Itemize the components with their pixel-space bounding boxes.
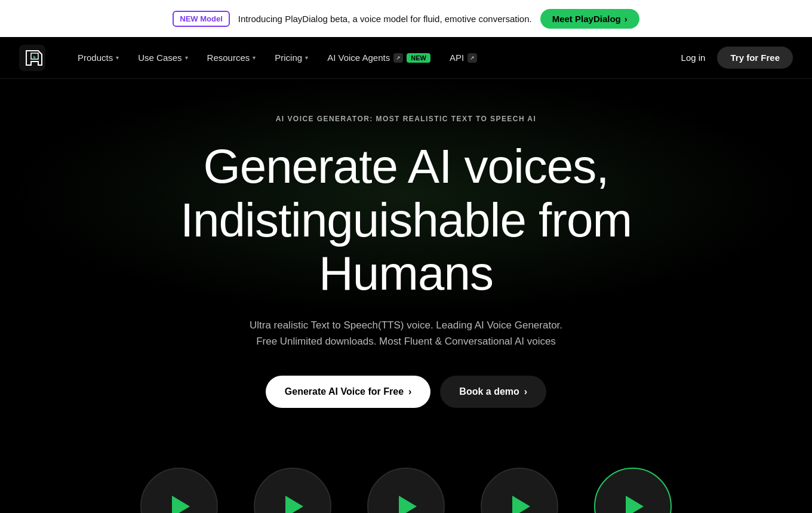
play-button-3[interactable]: [367, 468, 445, 513]
use-cases-chevron-icon: ▾: [185, 54, 188, 61]
hero-section: AI VOICE GENERATOR: MOST REALISTIC TEXT …: [0, 79, 812, 468]
hero-buttons: Generate AI Voice for Free › Book a demo…: [266, 376, 546, 408]
voice-player-2: [254, 468, 331, 513]
api-external-icon: ↗: [467, 53, 477, 63]
ai-voice-agents-new-badge: NEW: [407, 53, 430, 63]
new-model-badge: NEW Model: [173, 11, 230, 27]
hero-subtitle: Ultra realistic Text to Speech(TTS) voic…: [250, 317, 562, 349]
logo[interactable]: [19, 45, 45, 71]
ai-voice-agents-external-icon: ↗: [393, 53, 403, 63]
nav-item-pricing[interactable]: Pricing ▾: [266, 48, 316, 67]
nav-item-ai-voice-agents[interactable]: AI Voice Agents ↗ NEW: [319, 48, 439, 67]
voice-player-1: [140, 468, 218, 513]
play-button-2[interactable]: [254, 468, 331, 513]
nav-item-api[interactable]: API ↗: [441, 48, 485, 67]
nav-links: Products ▾ Use Cases ▾ Resources ▾ Prici…: [69, 48, 679, 67]
nav-item-products[interactable]: Products ▾: [69, 48, 127, 67]
voice-players-row: [0, 468, 812, 513]
play-button-5[interactable]: [594, 468, 672, 513]
generate-voice-button[interactable]: Generate AI Voice for Free ›: [266, 376, 431, 408]
meet-playdialog-button[interactable]: Meet PlayDialog ›: [540, 9, 639, 29]
hero-title: Generate AI voices, Indistinguishable fr…: [180, 140, 632, 300]
play-button-4[interactable]: [481, 468, 558, 513]
products-chevron-icon: ▾: [116, 54, 119, 61]
nav-actions: Log in Try for Free: [679, 47, 793, 69]
nav-item-use-cases[interactable]: Use Cases ▾: [130, 48, 196, 67]
book-demo-button[interactable]: Book a demo ›: [440, 376, 546, 408]
voice-player-4: [481, 468, 558, 513]
resources-chevron-icon: ▾: [253, 54, 256, 61]
announcement-text: Introducing PlayDialog beta, a voice mod…: [238, 14, 532, 24]
play-button-1[interactable]: [140, 468, 218, 513]
voice-player-5: [594, 468, 672, 513]
pricing-chevron-icon: ▾: [305, 54, 308, 61]
nav-item-resources[interactable]: Resources ▾: [199, 48, 264, 67]
announcement-bar: NEW Model Introducing PlayDialog beta, a…: [0, 0, 812, 37]
try-for-free-button[interactable]: Try for Free: [717, 47, 793, 69]
hero-eyebrow: AI VOICE GENERATOR: MOST REALISTIC TEXT …: [276, 115, 536, 123]
voice-player-3: [367, 468, 445, 513]
login-button[interactable]: Log in: [679, 48, 708, 67]
navbar: Products ▾ Use Cases ▾ Resources ▾ Prici…: [0, 37, 812, 79]
